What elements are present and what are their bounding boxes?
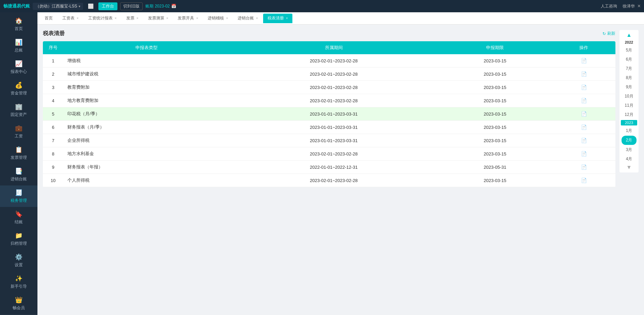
tab-工资统计报表[interactable]: 工资统计报表× <box>84 14 121 23</box>
tab-close-icon[interactable]: × <box>226 16 228 20</box>
calendar-icon[interactable]: 📅 <box>171 4 176 9</box>
company-selector[interactable]: （勿动）江西服宝-LSS ▾ <box>33 3 83 10</box>
home-icon: 🏠 <box>15 17 22 25</box>
tab-close-icon[interactable]: × <box>166 16 168 20</box>
row-action[interactable]: 📄 <box>552 54 615 68</box>
row-action[interactable]: 📄 <box>552 161 615 174</box>
sidebar-label: 进销台账 <box>11 176 27 182</box>
row-action[interactable]: 📄 <box>552 147 615 161</box>
tab-label: 首页 <box>45 15 53 21</box>
tab-工资表[interactable]: 工资表× <box>58 14 83 23</box>
copy-icon[interactable]: ⬜ <box>86 3 96 10</box>
tab-发票开具[interactable]: 发票开具× <box>173 14 203 23</box>
row-type: 地方水利基金 <box>63 147 230 161</box>
ai-consult[interactable]: 人工咨询 <box>601 3 617 9</box>
tab-发票测算[interactable]: 发票测算× <box>144 14 173 23</box>
row-type: 教育费附加 <box>63 81 230 94</box>
sidebar-item-invoice[interactable]: 📋发票管理 <box>0 142 37 164</box>
sidebar-item-salary[interactable]: 💼工资 <box>0 121 37 142</box>
username[interactable]: 徐泽华 <box>623 3 635 9</box>
tab-close-icon[interactable]: × <box>286 16 288 20</box>
sidebar-item-ledger[interactable]: 📊总账 <box>0 35 37 57</box>
calendar-month[interactable]: 10月 <box>619 92 639 101</box>
action-icon[interactable]: 📄 <box>581 98 587 103</box>
sidebar-item-settlement[interactable]: 🔖结账 <box>0 207 37 228</box>
tab-close-icon[interactable]: × <box>196 16 198 20</box>
action-icon[interactable]: 📄 <box>581 138 587 143</box>
row-action[interactable]: 📄 <box>552 68 615 81</box>
chevron-down-icon: ▾ <box>79 4 80 8</box>
sidebar-item-assets[interactable]: 🏢固定资产 <box>0 100 37 121</box>
row-no: 2 <box>43 68 63 81</box>
action-icon[interactable]: 📄 <box>581 58 587 63</box>
salary-icon: 💼 <box>15 124 22 132</box>
sidebar-item-tax[interactable]: 🧾税务管理 <box>0 185 37 207</box>
tab-首页[interactable]: 首页 <box>40 14 57 23</box>
table-row: 10 个人所得税 2023-02-01~2023-02-28 2023-03-1… <box>43 174 615 187</box>
calendar-month[interactable]: 11月 <box>619 101 639 110</box>
row-deadline: 2023-03-15 <box>438 134 552 147</box>
row-action[interactable]: 📄 <box>552 134 615 147</box>
workbench-button[interactable]: 工作台 <box>98 2 117 10</box>
row-deadline: 2023-03-15 <box>438 81 552 94</box>
sidebar-item-funds[interactable]: 💰资金管理 <box>0 78 37 100</box>
tab-进销稽核[interactable]: 进销稽核× <box>203 14 232 23</box>
row-type: 增值税 <box>63 54 230 68</box>
calendar-month[interactable]: 7月 <box>619 64 639 73</box>
calendar-month[interactable]: 6月 <box>619 55 639 64</box>
row-action[interactable]: 📄 <box>552 94 615 107</box>
calendar-month[interactable]: 8月 <box>619 73 639 82</box>
action-icon[interactable]: 📄 <box>581 85 587 90</box>
tab-发票[interactable]: 发票× <box>122 14 143 23</box>
table-row: 6 财务报表（月/季） 2023-01-01~2023-03-31 2023-0… <box>43 121 615 134</box>
table-row: 7 企业所得税 2023-01-01~2023-03-31 2023-03-15… <box>43 134 615 147</box>
close-icon[interactable]: × <box>638 3 641 9</box>
tab-close-icon[interactable]: × <box>115 16 117 20</box>
sidebar-item-home[interactable]: 🏠首页 <box>0 14 37 35</box>
sidebar-item-guide[interactable]: ✨新手引导 <box>0 271 37 293</box>
sidebar-item-member[interactable]: 👑畅会员 <box>0 293 37 314</box>
calendar-month[interactable]: 3月 <box>619 145 639 154</box>
tab-close-icon[interactable]: × <box>256 16 258 20</box>
page-content: 税表清册 ↻ 刷新 序号申报表类型所属期间申报期限操作 1 增值税 2023-0… <box>37 25 644 315</box>
calendar-year-2022: 2022 <box>625 39 633 46</box>
row-action[interactable]: 📄 <box>552 121 615 134</box>
tab-label: 发票测算 <box>148 15 164 21</box>
calendar-month[interactable]: 2月 <box>622 136 637 145</box>
sidebar-item-reports[interactable]: 📈报表中心 <box>0 57 37 78</box>
calendar-down-icon[interactable]: ▼ <box>626 164 632 171</box>
calendar-month[interactable]: 4月 <box>619 154 639 164</box>
action-icon[interactable]: 📄 <box>581 178 587 183</box>
sidebar-item-settings[interactable]: ⚙️设置 <box>0 250 37 271</box>
tab-label: 税表清册 <box>268 15 284 21</box>
period-label: 账期 <box>145 3 154 9</box>
calendar-month[interactable]: 12月 <box>619 110 639 119</box>
table-row: 9 财务报表（年报） 2022-01-01~2022-12-31 2023-05… <box>43 161 615 174</box>
action-icon[interactable]: 📄 <box>581 124 587 130</box>
row-action[interactable]: 📄 <box>552 174 615 187</box>
archive-icon: 📁 <box>15 232 22 239</box>
calendar-month[interactable]: 1月 <box>619 126 639 135</box>
sidebar-item-archive[interactable]: 📁归档管理 <box>0 228 37 250</box>
calendar-up-icon[interactable]: ▲ <box>626 31 632 39</box>
refresh-label: 刷新 <box>607 31 615 36</box>
content-area: 首页工资表×工资统计报表×发票×发票测算×发票开具×进销稽核×进销台账×税表清册… <box>37 12 644 315</box>
switch-button[interactable]: 切到旧版 <box>120 2 143 10</box>
calendar-month[interactable]: 5月 <box>619 46 639 55</box>
tab-进销台账[interactable]: 进销台账× <box>233 14 262 23</box>
tab-close-icon[interactable]: × <box>136 16 139 20</box>
sales-icon: 📑 <box>15 167 22 175</box>
tab-税表清册[interactable]: 税表清册× <box>263 14 292 23</box>
action-icon[interactable]: 📄 <box>581 164 587 170</box>
sidebar-item-sales[interactable]: 📑进销台账 <box>0 164 37 185</box>
action-icon[interactable]: 📄 <box>581 111 587 117</box>
action-icon[interactable]: 📄 <box>581 151 587 156</box>
row-action[interactable]: 📄 <box>552 81 615 94</box>
tab-close-icon[interactable]: × <box>77 16 79 20</box>
side-calendar: ▲ 2022 5月6月7月8月9月10月11月12月20231月2月3月4月▼ <box>619 30 639 172</box>
row-action[interactable]: 📄 <box>552 107 615 121</box>
action-icon[interactable]: 📄 <box>581 71 587 77</box>
calendar-month[interactable]: 9月 <box>619 82 639 92</box>
refresh-button[interactable]: ↻ 刷新 <box>602 31 615 36</box>
period-display: 账期 2023-02 📅 <box>145 3 176 9</box>
